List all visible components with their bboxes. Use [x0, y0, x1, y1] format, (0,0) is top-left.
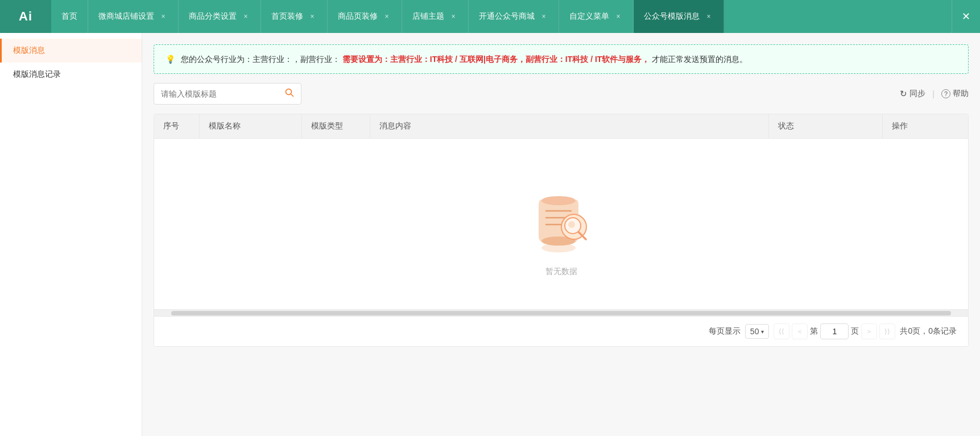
nav-tab-shop-theme-label: 店铺主题: [412, 11, 444, 22]
nav-tab-open-wechat-shop[interactable]: 开通公众号商城 ×: [469, 0, 559, 33]
toolbar-divider: |: [932, 89, 934, 98]
prev-page-button[interactable]: ＜: [792, 323, 808, 339]
notice-highlight-text: 需要设置为：主营行业：IT科技 / 互联网|电子商务，副营行业：IT科技 / I…: [342, 55, 650, 64]
th-action: 操作: [883, 114, 968, 138]
th-content: 消息内容: [370, 114, 769, 138]
notice-text-suffix: 才能正常发送预置的消息。: [652, 55, 747, 64]
nav-tab-home-decoration[interactable]: 首页装修 ×: [261, 0, 328, 33]
sidebar-item-template-msg-label: 模版消息: [13, 45, 45, 55]
notice-icon: 💡: [166, 55, 175, 64]
notice-text-prefix: 您的公众号行业为：主营行业：，副营行业：: [181, 55, 340, 64]
page-label-suffix: 页: [851, 326, 859, 337]
search-icon: [285, 89, 294, 99]
svg-line-1: [291, 94, 293, 97]
nav-tab-shop-theme[interactable]: 店铺主题 ×: [402, 0, 469, 33]
nav-tab-category-settings-label: 商品分类设置: [189, 11, 237, 22]
nav-tab-shop-theme-close[interactable]: ×: [449, 12, 458, 21]
empty-state: 暂无数据: [154, 139, 968, 309]
top-navigation: Ai 首页 微商城店铺设置 × 商品分类设置 × 首页装修 × 商品页装修 × …: [0, 0, 980, 33]
nav-tab-home-decoration-close[interactable]: ×: [308, 12, 317, 21]
nav-tab-category-settings[interactable]: 商品分类设置 ×: [179, 0, 261, 33]
last-page-button[interactable]: ⟩⟩: [879, 323, 895, 339]
help-label: 帮助: [953, 89, 969, 99]
sidebar-item-template-msg-record[interactable]: 模版消息记录: [0, 63, 142, 86]
help-icon: ?: [941, 89, 950, 98]
close-all-tabs-button[interactable]: ✕: [952, 0, 980, 33]
page-size-chevron-icon: ▾: [761, 329, 764, 335]
nav-tab-custom-menu[interactable]: 自定义菜单 ×: [559, 0, 634, 33]
main-layout: 模版消息 模版消息记录 💡 您的公众号行业为：主营行业：，副营行业： 需要设置为…: [0, 33, 980, 436]
search-toolbar-area: ↻ 同步 | ? 帮助: [154, 83, 969, 105]
th-status: 状态: [769, 114, 883, 138]
prev-page-icon: ＜: [796, 327, 803, 337]
horizontal-scrollbar[interactable]: [154, 309, 968, 316]
nav-tab-custom-menu-close[interactable]: ×: [614, 12, 623, 21]
page-navigation: ⟨⟨ ＜ 第 页 ＞ ⟩⟩: [774, 323, 895, 339]
page-size-value: 50: [750, 327, 759, 336]
sync-button[interactable]: ↻ 同步: [900, 89, 925, 99]
sidebar-item-template-msg-record-label: 模版消息记录: [13, 69, 61, 78]
pagination: 每页显示 50 ▾ ⟨⟨ ＜ 第 页 ＞: [154, 316, 968, 346]
scrollbar-track: [171, 311, 951, 315]
nav-tabs-container: 首页 微商城店铺设置 × 商品分类设置 × 首页装修 × 商品页装修 × 店铺主…: [51, 0, 952, 33]
nav-tab-home-decoration-label: 首页装修: [271, 11, 303, 22]
toolbar-right: ↻ 同步 | ? 帮助: [900, 89, 969, 99]
table-header: 序号 模版名称 模版类型 消息内容 状态 操作: [154, 114, 968, 139]
nav-tab-home-label: 首页: [61, 11, 77, 22]
search-button[interactable]: [279, 84, 300, 104]
template-table: 序号 模版名称 模版类型 消息内容 状态 操作: [154, 114, 969, 347]
nav-tab-template-msg-label: 公众号模版消息: [644, 11, 700, 22]
nav-tab-custom-menu-label: 自定义菜单: [569, 11, 609, 22]
svg-point-3: [541, 196, 576, 205]
notice-banner: 💡 您的公众号行业为：主营行业：，副营行业： 需要设置为：主营行业：IT科技 /…: [154, 44, 969, 74]
nav-tab-shop-settings-close[interactable]: ×: [159, 12, 168, 21]
sync-label: 同步: [909, 89, 925, 99]
page-size-label: 每页显示: [709, 326, 741, 337]
close-all-icon: ✕: [962, 10, 970, 23]
th-serial: 序号: [154, 114, 200, 138]
nav-tab-template-msg-close[interactable]: ×: [704, 12, 713, 21]
search-input[interactable]: [154, 85, 279, 103]
last-page-icon: ⟩⟩: [884, 327, 890, 335]
total-info: 共0页，0条记录: [900, 326, 957, 337]
nav-tab-open-wechat-shop-close[interactable]: ×: [539, 12, 548, 21]
svg-point-11: [568, 221, 575, 228]
page-label-prefix: 第: [810, 326, 818, 337]
app-logo: Ai: [0, 0, 51, 33]
nav-tab-category-settings-close[interactable]: ×: [241, 12, 250, 21]
search-box: [154, 83, 301, 105]
nav-tab-open-wechat-shop-label: 开通公众号商城: [479, 11, 535, 22]
first-page-button[interactable]: ⟨⟨: [774, 323, 789, 339]
next-page-button[interactable]: ＞: [861, 323, 877, 339]
nav-tab-shop-settings-label: 微商城店铺设置: [98, 11, 154, 22]
nav-tab-template-msg[interactable]: 公众号模版消息 ×: [634, 0, 724, 33]
th-name: 模版名称: [200, 114, 302, 138]
sidebar-item-template-msg[interactable]: 模版消息: [0, 39, 142, 63]
sync-icon: ↻: [900, 89, 907, 99]
content-area: 💡 您的公众号行业为：主营行业：，副营行业： 需要设置为：主营行业：IT科技 /…: [142, 33, 980, 436]
first-page-icon: ⟨⟨: [779, 327, 784, 335]
th-type: 模版类型: [302, 114, 370, 138]
nav-tab-home[interactable]: 首页: [51, 0, 88, 33]
nav-tab-shop-settings[interactable]: 微商城店铺设置 ×: [88, 0, 179, 33]
empty-illustration: [527, 182, 596, 256]
empty-text: 暂无数据: [545, 267, 577, 277]
nav-tab-product-decoration-label: 商品页装修: [338, 11, 378, 22]
next-page-icon: ＞: [866, 327, 873, 337]
current-page-input[interactable]: [820, 323, 849, 339]
page-size-select[interactable]: 50 ▾: [745, 324, 770, 339]
help-button[interactable]: ? 帮助: [941, 89, 969, 99]
nav-tab-product-decoration[interactable]: 商品页装修 ×: [328, 0, 402, 33]
nav-tab-product-decoration-close[interactable]: ×: [382, 12, 391, 21]
sidebar: 模版消息 模版消息记录: [0, 33, 142, 436]
